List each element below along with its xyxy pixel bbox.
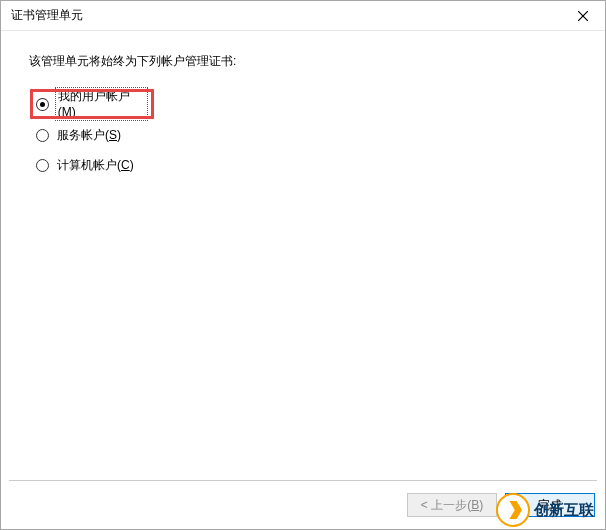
radio-computer-account[interactable]: 计算机帐户(C) [33, 154, 577, 176]
radio-icon [36, 98, 49, 111]
radio-icon [36, 159, 49, 172]
radio-label: 服务帐户(S) [55, 127, 123, 143]
window-title: 证书管理单元 [1, 7, 83, 24]
prompt-text: 该管理单元将始终为下列帐户管理证书: [29, 53, 577, 70]
finish-button[interactable]: 完成 [505, 493, 595, 517]
titlebar: 证书管理单元 [1, 1, 605, 31]
radio-icon [36, 129, 49, 142]
radio-my-user-account[interactable]: 我的用户帐户(M) [33, 92, 151, 116]
content-area: 该管理单元将始终为下列帐户管理证书: 我的用户帐户(M) 服务帐户(S) 计算机… [1, 31, 605, 480]
radio-group: 我的用户帐户(M) 服务帐户(S) 计算机帐户(C) [33, 92, 577, 176]
back-button[interactable]: < 上一步(B) [407, 493, 497, 517]
radio-label: 我的用户帐户(M) [55, 87, 148, 121]
button-bar: < 上一步(B) 完成 [1, 481, 605, 529]
close-icon [578, 11, 588, 21]
radio-service-account[interactable]: 服务帐户(S) [33, 124, 577, 146]
radio-label: 计算机帐户(C) [55, 157, 136, 173]
close-button[interactable] [561, 1, 605, 31]
dialog-window: 证书管理单元 该管理单元将始终为下列帐户管理证书: 我的用户帐户(M) 服务帐户… [0, 0, 606, 530]
